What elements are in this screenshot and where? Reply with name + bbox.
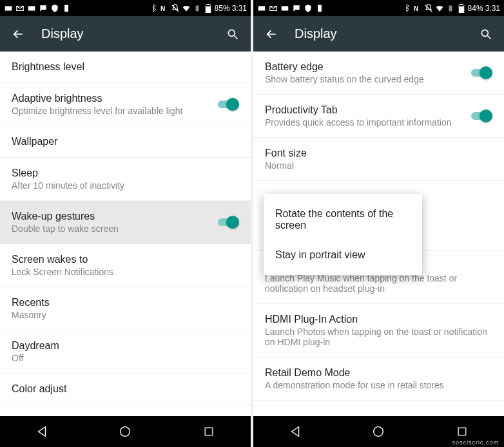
battery-percent: 84% bbox=[468, 4, 483, 13]
sim-icon bbox=[62, 4, 71, 13]
svg-rect-23 bbox=[458, 428, 466, 435]
setting-subtitle: After 10 minutes of inactivity bbox=[12, 180, 239, 191]
svg-rect-7 bbox=[207, 4, 209, 5]
nav-home-button[interactable] bbox=[359, 419, 398, 444]
setting-text: HDMI Plug-In ActionLaunch Photos when ta… bbox=[265, 314, 492, 347]
setting-title: Wallpaper bbox=[12, 136, 239, 147]
clock: 3:31 bbox=[232, 4, 247, 13]
battery-icon bbox=[204, 4, 213, 13]
svg-point-20 bbox=[481, 30, 488, 36]
nfc-icon: N bbox=[413, 4, 422, 13]
setting-title: HDMI Plug-In Action bbox=[265, 314, 492, 325]
nav-back-icon bbox=[35, 424, 49, 439]
svg-rect-14 bbox=[318, 5, 322, 12]
svg-rect-18 bbox=[459, 6, 464, 12]
setting-text: Retail Demo ModeA demonstration mode for… bbox=[265, 367, 492, 390]
setting-title: Wake-up gestures bbox=[12, 211, 216, 222]
status-bar: N 84% 3:31 bbox=[253, 0, 504, 16]
search-icon bbox=[226, 28, 239, 41]
setting-title: Font size bbox=[265, 147, 492, 159]
phone-left: N 85% 3:31 Display Brightness levelAdapt… bbox=[0, 0, 251, 447]
search-button[interactable] bbox=[478, 26, 494, 42]
bluetooth-icon bbox=[149, 4, 158, 13]
page-title: Display bbox=[41, 26, 225, 41]
setting-subtitle: Launch Photos when tapping on the toast … bbox=[265, 327, 492, 347]
shield-icon bbox=[304, 4, 313, 13]
setting-row[interactable]: HDMI Plug-In ActionLaunch Photos when ta… bbox=[253, 304, 504, 357]
nav-recent-icon bbox=[456, 425, 469, 438]
setting-text: DaydreamOff bbox=[12, 340, 239, 363]
svg-rect-0 bbox=[5, 6, 12, 10]
svg-line-21 bbox=[488, 35, 491, 39]
battery-percent: 85% bbox=[215, 4, 230, 13]
nfc-icon: N bbox=[160, 4, 169, 13]
setting-row[interactable]: Productivity TabProvides quick access to… bbox=[253, 95, 504, 138]
setting-row[interactable]: Adaptive brightnessOptimize brightness l… bbox=[0, 83, 251, 126]
setting-row[interactable]: Retail Demo ModeA demonstration mode for… bbox=[253, 357, 504, 401]
svg-text:N: N bbox=[414, 5, 418, 12]
settings-list[interactable]: Brightness levelAdaptive brightnessOptim… bbox=[0, 52, 251, 416]
setting-row[interactable]: Wake-up gesturesDouble tap to wake scree… bbox=[0, 201, 251, 244]
nav-recent-button[interactable] bbox=[189, 419, 228, 444]
toggle-switch[interactable] bbox=[216, 98, 239, 111]
message-icon bbox=[39, 4, 48, 13]
app-header: Display bbox=[0, 16, 251, 52]
setting-text: Productivity TabProvides quick access to… bbox=[265, 104, 469, 128]
setting-title: Screen wakes to bbox=[12, 254, 239, 265]
setting-row[interactable]: Color adjust bbox=[0, 374, 251, 405]
back-button[interactable] bbox=[10, 26, 26, 42]
setting-subtitle: Masonry bbox=[12, 310, 239, 320]
svg-point-10 bbox=[121, 427, 130, 437]
toggle-switch[interactable] bbox=[469, 109, 492, 122]
svg-rect-19 bbox=[460, 4, 462, 5]
setting-title: Adaptive brightness bbox=[12, 93, 216, 104]
search-icon bbox=[480, 28, 492, 41]
setting-row[interactable]: Font sizeNormal bbox=[253, 138, 504, 181]
nav-back-icon bbox=[288, 424, 302, 439]
setting-subtitle: Provides quick access to important infor… bbox=[265, 117, 469, 128]
setting-text: Brightness level bbox=[12, 61, 239, 73]
app-header: Display bbox=[253, 16, 504, 52]
setting-text: SleepAfter 10 minutes of inactivity bbox=[12, 167, 239, 191]
setting-row[interactable]: DaydreamOff bbox=[0, 330, 251, 374]
wifi-icon bbox=[182, 4, 191, 13]
setting-row[interactable]: RecentsMasonry bbox=[0, 287, 251, 330]
toggle-switch[interactable] bbox=[216, 216, 239, 229]
svg-text:N: N bbox=[160, 5, 165, 12]
popup-option-portrait[interactable]: Stay in portrait view bbox=[264, 240, 422, 270]
mute-icon bbox=[171, 4, 180, 13]
battery-icon bbox=[457, 4, 466, 13]
settings-list[interactable]: Battery edgeShow battery status on the c… bbox=[253, 52, 504, 416]
toggle-switch[interactable] bbox=[469, 66, 492, 79]
nav-back-button[interactable] bbox=[23, 419, 61, 444]
setting-text: RecentsMasonry bbox=[12, 297, 239, 320]
phone-right: N 84% 3:31 Display Battery edgeShow batt… bbox=[253, 0, 504, 447]
status-left-icons bbox=[4, 4, 71, 13]
rotation-popup: Rotate the contents of the screen Stay i… bbox=[264, 194, 422, 275]
setting-row[interactable]: SleepAfter 10 minutes of inactivity bbox=[0, 158, 251, 201]
nav-home-button[interactable] bbox=[106, 419, 144, 444]
setting-subtitle: Double tap to wake screen bbox=[12, 224, 216, 234]
setting-title: Productivity Tab bbox=[265, 104, 469, 116]
status-left-icons bbox=[257, 4, 324, 13]
setting-subtitle: Show battery status on the curved edge bbox=[265, 74, 469, 84]
setting-title: Color adjust bbox=[12, 383, 239, 395]
back-button[interactable] bbox=[264, 26, 279, 42]
popup-option-rotate[interactable]: Rotate the contents of the screen bbox=[264, 199, 422, 240]
setting-title: Brightness level bbox=[12, 61, 239, 73]
setting-row[interactable]: Brightness level bbox=[0, 52, 251, 83]
svg-rect-11 bbox=[205, 428, 213, 435]
bluetooth-icon bbox=[402, 4, 411, 13]
search-button[interactable] bbox=[225, 26, 240, 42]
bbm-icon bbox=[257, 4, 266, 13]
svg-point-22 bbox=[374, 427, 383, 437]
setting-text: Wake-up gesturesDouble tap to wake scree… bbox=[12, 211, 216, 234]
setting-row[interactable]: Wallpaper bbox=[0, 126, 251, 158]
nav-home-icon bbox=[118, 424, 132, 439]
nav-back-button[interactable] bbox=[276, 419, 315, 444]
setting-row[interactable]: Battery edgeShow battery status on the c… bbox=[253, 52, 504, 95]
setting-row[interactable]: Screen wakes toLock Screen Notifications bbox=[0, 244, 251, 287]
setting-text: Font sizeNormal bbox=[265, 147, 492, 171]
setting-text: Wallpaper bbox=[12, 136, 239, 147]
setting-text: Screen wakes toLock Screen Notifications bbox=[12, 254, 239, 277]
